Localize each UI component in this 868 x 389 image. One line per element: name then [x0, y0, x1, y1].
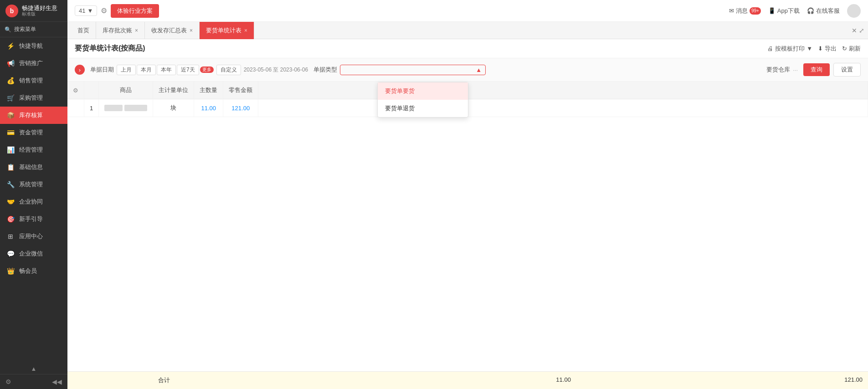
filter-type-input[interactable]	[344, 67, 476, 73]
sidebar-item-sales[interactable]: 💰销售管理	[0, 72, 67, 89]
filter-type-select[interactable]: ▲	[340, 65, 486, 75]
app-download-item[interactable]: 📱 App下载	[768, 7, 800, 15]
nav-item-label-wechat: 企业微信	[19, 250, 43, 258]
message-icon: ✉	[729, 7, 734, 14]
tab-order-summary[interactable]: 要货单统计表 ×	[200, 22, 254, 39]
sidebar-scroll-up[interactable]: ▲	[0, 363, 67, 374]
guide-icon: 🎯	[5, 215, 15, 223]
filter-warehouse-more-icon[interactable]: ···	[793, 67, 798, 73]
tab-recv-summary-close[interactable]: ×	[190, 27, 193, 34]
topbar-gear-icon[interactable]: ⚙	[101, 6, 107, 15]
sidebar-item-enterprise[interactable]: 🤝企业协同	[0, 193, 67, 210]
table-footer: 合计 11.00 121.00	[67, 371, 868, 389]
export-btn[interactable]: ⬇ 导出	[818, 45, 837, 53]
query-btn[interactable]: 查询	[803, 63, 830, 76]
sidebar-item-stock[interactable]: 📦库存核算	[0, 107, 67, 124]
th-qty: 主数量	[194, 82, 223, 99]
th-gear[interactable]: ⚙	[67, 82, 84, 99]
online-service-label: 在线客服	[816, 7, 840, 15]
sidebar-item-system[interactable]: 🔧系统管理	[0, 176, 67, 193]
avatar[interactable]	[847, 4, 861, 18]
page-header: 要货单统计表(按商品) 🖨 按模板打印 ▼ ⬇ 导出 ↻ 刷新	[67, 39, 868, 58]
filter-year-btn[interactable]: 本年	[157, 65, 176, 75]
tab-order-summary-close[interactable]: ×	[244, 27, 247, 34]
trial-btn[interactable]: 体验行业方案	[111, 4, 159, 18]
th-product: 商品	[99, 82, 153, 99]
tab-order-summary-label: 要货单统计表	[206, 26, 241, 35]
settings-icon[interactable]: ⚙	[5, 378, 11, 385]
topbar: 41 ▼ ⚙ 体验行业方案 ✉ 消息 99+ 📱 App下载 🎧 在线客服	[67, 0, 868, 22]
dropdown-item-order-goods[interactable]: 要货单要货	[378, 82, 468, 100]
footer-qty: 11.00	[264, 376, 817, 384]
sidebar-item-members[interactable]: 👑畅会员	[0, 262, 67, 280]
nav-item-label-quick-nav: 快捷导航	[19, 42, 43, 50]
tab-recv-summary[interactable]: 收发存汇总表 ×	[145, 22, 200, 39]
filter-type-group: 单据类型 ▲	[313, 65, 761, 75]
sidebar-item-purchase[interactable]: 🛒采购管理	[0, 89, 67, 107]
sidebar-item-basic[interactable]: 📋基础信息	[0, 159, 67, 176]
messages-item[interactable]: ✉ 消息 99+	[729, 7, 761, 15]
tab-stock-batch-close[interactable]: ×	[135, 27, 138, 34]
sidebar-item-quick-nav[interactable]: ⚡快捷导航	[0, 37, 67, 55]
gear-icon[interactable]: ⚙	[73, 87, 78, 94]
enterprise-icon: 🤝	[5, 198, 15, 205]
sales-icon: 💰	[5, 77, 15, 84]
tab-recv-summary-label: 收发存汇总表	[151, 26, 187, 35]
td-amount-0: 121.00	[223, 99, 258, 117]
toggle-icon[interactable]: ◀◀	[52, 378, 62, 385]
tab-expand-icon[interactable]: ⤢	[859, 27, 864, 34]
filter-week-btn[interactable]: 近7天	[177, 65, 199, 75]
filter-expand-btn[interactable]: ›	[75, 65, 85, 75]
filter-custom-btn[interactable]: 自定义	[216, 65, 241, 75]
sidebar-item-finance[interactable]: 💳资金管理	[0, 124, 67, 141]
wechat-icon: 💬	[5, 250, 15, 257]
table-wrap: ⚙ 商品 主计量单位 主数量 零售金额 1	[67, 82, 868, 371]
phone-icon: 📱	[768, 7, 776, 14]
quick-nav-icon: ⚡	[5, 42, 15, 50]
sidebar-item-wechat[interactable]: 💬企业微信	[0, 245, 67, 262]
marketing-icon: 📢	[5, 60, 15, 67]
nav-item-label-purchase: 采购管理	[19, 94, 43, 102]
search-menu[interactable]: 🔍 搜索菜单	[0, 22, 67, 37]
print-btn[interactable]: 🖨 按模板打印 ▼	[767, 45, 812, 53]
dropdown-icon: ▼	[87, 7, 93, 14]
messages-label: 消息	[736, 7, 748, 15]
company-value: 41	[79, 7, 85, 14]
sidebar-nav: ⚡快捷导航📢营销推广💰销售管理🛒采购管理📦库存核算💳资金管理📊经营管理📋基础信息…	[0, 37, 67, 363]
tabs-controls: ✕ ⤢	[852, 27, 864, 34]
filter-cur-month-btn[interactable]: 本月	[137, 65, 156, 75]
nav-item-label-marketing: 营销推广	[19, 59, 43, 67]
sidebar-item-marketing[interactable]: 📢营销推广	[0, 55, 67, 72]
finance-icon: 💳	[5, 129, 15, 136]
td-gear-0	[67, 99, 84, 117]
filter-bar: › 单据日期 上月 本月 本年 近7天 更多 自定义 2023-05-06 至 …	[67, 58, 868, 82]
nav-item-label-guide: 新手引导	[19, 215, 43, 223]
td-index-0: 1	[84, 99, 99, 117]
sidebar-item-operations[interactable]: 📊经营管理	[0, 141, 67, 159]
dropdown-item-order-return[interactable]: 要货单退货	[378, 100, 468, 117]
system-icon: 🔧	[5, 181, 15, 188]
sidebar-item-guide[interactable]: 🎯新手引导	[0, 210, 67, 228]
nav-item-label-operations: 经营管理	[19, 146, 43, 154]
sidebar-item-app-center[interactable]: ⊞应用中心	[0, 228, 67, 245]
page-actions: 🖨 按模板打印 ▼ ⬇ 导出 ↻ 刷新	[767, 45, 861, 53]
tab-home[interactable]: 首页	[71, 22, 96, 39]
tab-stock-batch[interactable]: 库存批次账 ×	[96, 22, 145, 39]
th-index	[84, 82, 99, 99]
filter-more-badge[interactable]: 更多	[200, 67, 214, 73]
messages-badge: 99+	[750, 7, 761, 15]
refresh-btn[interactable]: ↻ 刷新	[842, 45, 861, 53]
settings-btn[interactable]: 设置	[833, 63, 861, 77]
tab-close-all-icon[interactable]: ✕	[852, 27, 857, 34]
filter-type-arrow[interactable]: ▲	[476, 67, 482, 73]
online-service-item[interactable]: 🎧 在线客服	[807, 7, 840, 15]
filter-prev-month-btn[interactable]: 上月	[117, 65, 136, 75]
nav-item-label-finance: 资金管理	[19, 128, 43, 137]
filter-date-group: 单据日期 上月 本月 本年 近7天 更多 自定义 2023-05-06 至 20…	[90, 65, 308, 75]
th-extra	[258, 82, 868, 99]
nav-item-label-sales: 销售管理	[19, 77, 43, 85]
nav-item-label-app-center: 应用中心	[19, 232, 43, 241]
app-name: 畅捷通好生意	[22, 5, 57, 12]
company-selector[interactable]: 41 ▼	[75, 5, 97, 16]
sidebar-bottom: ⚙ ◀◀	[0, 374, 67, 389]
